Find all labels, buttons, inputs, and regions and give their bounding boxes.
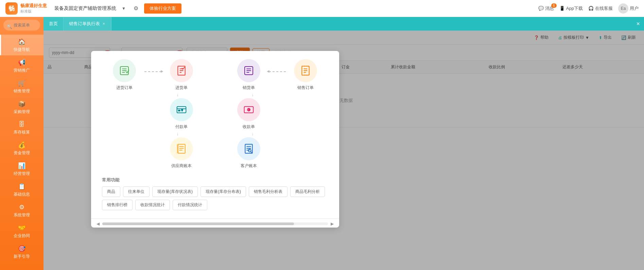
operation-icon: 📊 [18,162,25,169]
logo-main: 畅康通好生意 [20,3,47,9]
top-header: 畅 畅康通好生意 标准版 装备及固定资产辅助管理系统 ▼ ⚙ 体验行业方案 💬 … [0,0,644,17]
tab-home[interactable]: 首页 [43,17,64,31]
flow-node-purchase-bill: 进货单 [170,59,193,91]
page-inner: ❓ 帮助 🖨 按模板打印 ▼ ⬆ 导出 🔄 刷新 [43,31,644,270]
home-tab-label: 首页 [49,21,58,27]
sidebar-item-enterprise[interactable]: 🤝 企业协同 [0,221,43,241]
search-wrap: 🔍 [3,20,40,33]
sales-icon: 🛒 [18,79,25,87]
sidebar-item-finance[interactable]: 💰 资金管理 [0,138,43,159]
sidebar-item-marketing[interactable]: 📢 营销推广 [0,55,43,76]
svg-rect-18 [178,110,180,111]
scroll-thumb [102,222,294,225]
sidebar-item-guide[interactable]: 🎯 新手引导 [0,241,43,262]
svg-rect-27 [177,145,178,153]
enterprise-icon: 🤝 [18,224,25,232]
logo-area: 畅 畅康通好生意 标准版 [5,2,49,15]
sidebar-item-sales[interactable]: 🛒 销售管理 [0,76,43,97]
settings-btn[interactable]: ⚙ [131,4,141,13]
flow-node-payment-bill: ¥ 付款单 [170,98,193,130]
receipt-bill-icon: ¥ [237,98,260,121]
user-label: 用户 [630,5,639,12]
tab-close-btn[interactable]: × [102,21,106,27]
scroll-track[interactable] [102,222,328,225]
page-content: ❓ 帮助 🖨 按模板打印 ▼ ⬆ 导出 🔄 刷新 [43,31,644,270]
sidebar-item-quick-nav[interactable]: 🏠 快捷导航 [0,35,43,55]
func-btn-sales-profit[interactable]: 销售毛利分析表 [249,186,288,197]
purchase-order-icon [113,59,136,82]
func-btn-partner[interactable]: 往来单位 [123,186,150,197]
svg-point-32 [248,149,251,152]
func-btn-product-profit[interactable]: 商品毛利分析 [290,186,325,197]
func-btn-receipt-stats[interactable]: 收款情况统计 [135,200,170,210]
system-dropdown-btn[interactable]: ▼ [120,5,128,12]
func-btn-payment-stats[interactable]: 付款情况统计 [173,200,207,210]
svg-line-33 [251,152,252,153]
sidebar: 🔍 🏠 快捷导航 📢 营销推广 🛒 销售管理 📦 采购管理 🗄 库存核算 💰 资… [0,17,43,270]
svg-text:¥: ¥ [248,109,249,111]
func-buttons-row1: 商品 往来单位 现存量(库存状况表) 现存量(库存分布表) 销售毛利分析表 商品… [102,186,328,197]
sidebar-item-basic-info[interactable]: 📋 基础信息 [0,179,43,200]
trial-btn[interactable]: 体验行业方案 [144,3,181,14]
logo-icon: 畅 [5,2,18,15]
modal-body: 进货订单 ▶ [91,51,339,218]
func-btn-stock-dist[interactable]: 现存量(库存分布表) [201,186,246,197]
modal-scrollbar: ◀ ▶ [91,218,339,228]
func-btn-sales-rank[interactable]: 销售排行榜 [102,200,133,210]
sidebar-item-operation[interactable]: 📊 经营管理 [0,159,43,179]
customer-ledger-icon [237,137,260,160]
message-icon: 💬 [538,6,544,11]
marketing-icon: 📢 [18,59,25,66]
sidebar-item-system[interactable]: ⚙ 系统管理 [0,200,43,221]
app-download-btn[interactable]: 📱 App下载 [559,5,583,12]
func-btn-product[interactable]: 商品 [102,186,120,197]
system-icon: ⚙ [19,203,24,211]
header-right: 💬 消息 6 📱 App下载 🎧 在线客服 Ea 用户 [538,3,639,14]
guide-icon: 🎯 [18,245,25,252]
messages-btn[interactable]: 💬 消息 6 [538,5,554,12]
svg-text:¥: ¥ [181,109,183,111]
header-middle: 装备及固定资产辅助管理系统 ▼ ⚙ 体验行业方案 [49,3,538,14]
system-title: 装备及固定资产辅助管理系统 [54,5,116,12]
scroll-right-btn[interactable]: ▶ [331,221,334,226]
modal: 进货订单 ▶ [91,51,339,228]
flow-node-supplier-ledger: 供应商账本 [170,137,193,169]
svg-rect-23 [178,144,185,154]
basic-info-icon: 📋 [18,183,25,190]
home-icon: 🏠 [18,38,25,46]
supplier-ledger-icon [170,137,193,160]
inventory-icon: 🗄 [19,121,25,128]
tab-sales-order-exec[interactable]: 销售订单执行表 × [64,17,111,31]
flow-node-sales-bill: 销货单 [237,59,260,91]
func-btn-stock-status[interactable]: 现存量(库存状况表) [152,186,198,197]
sidebar-item-inventory[interactable]: 🗄 库存核算 [0,118,43,138]
tab-bar-close-all[interactable]: × [632,17,644,31]
flow-node-receipt-bill: ¥ 收款单 [237,98,260,130]
purchase-bill-icon [170,59,193,82]
purchase-icon: 📦 [18,100,25,108]
search-input[interactable] [3,20,40,31]
user-area[interactable]: Ea 用户 [618,3,639,14]
sidebar-item-purchase[interactable]: 📦 采购管理 [0,97,43,118]
avatar: Ea [618,3,628,14]
online-service-btn[interactable]: 🎧 在线客服 [588,5,613,12]
content-area: 首页 销售订单执行表 × × ❓ 帮助 🖨 按模板打印 [43,17,644,270]
sales-order-tab-label: 销售订单执行表 [69,21,100,27]
finance-icon: 💰 [18,141,25,149]
payment-bill-icon: ¥ [170,98,193,121]
flow-node-purchase-order: 进货订单 [113,59,136,91]
common-functions: 常用功能 商品 往来单位 现存量(库存状况表) 现存量(库存分布表) 销售毛利分… [102,177,328,210]
func-buttons-row2: 销售排行榜 收款情况统计 付款情况统计 [102,200,328,210]
flow-node-customer-ledger: 客户账本 [237,137,260,169]
scroll-left-btn[interactable]: ◀ [97,221,100,226]
sales-order-icon [294,59,317,82]
modal-overlay: 进货订单 ▶ [43,31,644,270]
flow-node-sales-order: 销售订单 [294,59,317,91]
messages-badge: 6 [551,3,557,8]
sales-bill-icon [237,59,260,82]
main-layout: 🔍 🏠 快捷导航 📢 营销推广 🛒 销售管理 📦 采购管理 🗄 库存核算 💰 资… [0,17,644,270]
headset-icon: 🎧 [588,6,594,11]
logo-sub: 标准版 [20,9,47,14]
phone-icon: 📱 [559,6,565,11]
common-functions-title: 常用功能 [102,177,328,183]
